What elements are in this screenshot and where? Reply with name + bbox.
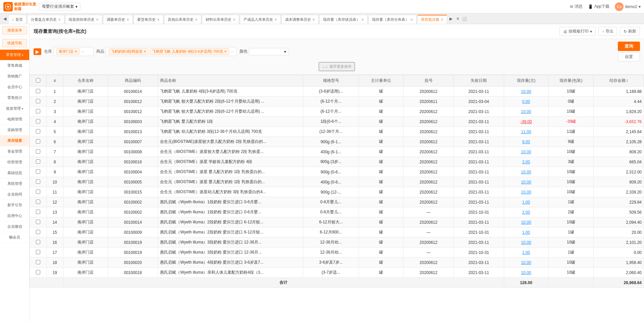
- sidebar-item-member2[interactable]: 畅会员: [0, 232, 29, 243]
- sidebar-item-system[interactable]: 系统管理: [0, 178, 29, 189]
- tab-batch-voucher[interactable]: 库存批次账 ✕: [417, 15, 447, 24]
- row-checkbox[interactable]: [36, 250, 40, 254]
- cell-stock-main[interactable]: 3.00: [504, 157, 548, 167]
- warehouse-tag-remove[interactable]: ✕: [74, 50, 77, 53]
- row-checkbox[interactable]: [36, 169, 40, 174]
- cell-stock-main[interactable]: 10.00: [504, 147, 548, 157]
- tab-close-cost-adj[interactable]: ✕: [312, 18, 315, 21]
- stock-main-link[interactable]: 0.00: [522, 99, 530, 104]
- tab-close-material-out[interactable]: ✕: [233, 18, 235, 21]
- sidebar-item-purchase[interactable]: 采购管理: [0, 125, 29, 136]
- row-checkbox[interactable]: [36, 260, 40, 264]
- cell-stock-main[interactable]: 10.00: [504, 217, 548, 227]
- tab-product-in[interactable]: 产成品入库单历史 ✕: [240, 15, 281, 24]
- sidebar-item-enterprise-wechat[interactable]: 企业微信: [0, 221, 29, 232]
- cell-stock-main[interactable]: 0.00: [504, 97, 548, 107]
- stock-main-link[interactable]: 1.00: [522, 200, 530, 205]
- expand-conditions-button[interactable]: ⌄⌄ 展开更多条件: [319, 62, 355, 71]
- tab-nav-prev[interactable]: ◀: [1, 14, 8, 23]
- stock-main-link[interactable]: 9.00: [522, 140, 530, 144]
- row-checkbox[interactable]: [36, 89, 40, 93]
- sidebar-item-appcenter[interactable]: 应用中心: [0, 211, 29, 221]
- warehouse-input[interactable]: 南岸门店 ✕ ···: [53, 47, 94, 56]
- tab-close-stock-status[interactable]: ✕: [361, 18, 364, 21]
- sidebar-item-basics[interactable]: 基础信息: [0, 168, 29, 178]
- stock-main-link[interactable]: 1.00: [522, 230, 530, 235]
- cell-checkbox[interactable]: [30, 147, 47, 157]
- amount-info-icon[interactable]: ℹ: [627, 79, 628, 83]
- tab-yao-huo[interactable]: 要货单历史 ✕: [133, 15, 163, 24]
- stock-main-link[interactable]: 10.00: [521, 89, 531, 94]
- select-all-checkbox[interactable]: [36, 78, 40, 83]
- tab-close-tiao-bo[interactable]: ✕: [126, 18, 129, 21]
- sidebar-item-finance[interactable]: 资金管理: [0, 146, 29, 157]
- cell-stock-main[interactable]: 1.00: [504, 248, 548, 258]
- stock-main-link[interactable]: 10.00: [521, 240, 531, 245]
- stock-main-link[interactable]: 10.00: [521, 220, 531, 225]
- stock-main-link[interactable]: -39.00: [521, 119, 532, 124]
- template-print-button[interactable]: 🖨 按模板打印 ▾: [559, 27, 596, 36]
- cell-checkbox[interactable]: [30, 248, 47, 258]
- product-input[interactable]: 飞鹤奶粉3段两提装 ✕ 飞鹤星飞帆 儿童奶粉 4段(3-6岁适用) 700克 ✕…: [106, 47, 237, 56]
- tab-close-yao-huo[interactable]: ✕: [157, 18, 160, 21]
- sidebar-item-inventory[interactable]: 库存核算: [0, 136, 29, 146]
- row-checkbox[interactable]: [36, 230, 40, 234]
- cell-checkbox[interactable]: [30, 268, 47, 278]
- tab-close-fen-pan[interactable]: ✕: [58, 18, 61, 21]
- warehouse-selector[interactable]: 母婴行业演示账套 ▾: [39, 3, 80, 10]
- row-checkbox[interactable]: [36, 99, 40, 103]
- cell-stock-main[interactable]: 1.00: [504, 197, 548, 207]
- row-checkbox[interactable]: [36, 200, 40, 204]
- sidebar-item-wholesale[interactable]: 批发管理 ▾: [0, 103, 29, 114]
- tab-zu-chai[interactable]: 组装拆卸单历史 ✕: [65, 15, 102, 24]
- sidebar-item-ecommerce[interactable]: 电商管理: [0, 114, 29, 125]
- tab-close-zu-chai[interactable]: ✕: [96, 18, 99, 21]
- tab-home[interactable]: ⌂ 首页: [8, 15, 26, 24]
- settings-button[interactable]: 设置: [618, 52, 640, 61]
- cell-stock-main[interactable]: 10.00: [504, 107, 548, 117]
- tab-cost-adj[interactable]: 成本调整单历史 ✕: [281, 15, 319, 24]
- filter-expand-toggle[interactable]: ▶: [34, 48, 41, 55]
- app-download-button[interactable]: 📱 App下载: [588, 4, 609, 9]
- warehouse-more-dots[interactable]: ···: [81, 49, 84, 54]
- tab-close-batch-voucher[interactable]: ✕: [441, 18, 443, 21]
- stock-main-link[interactable]: 10.00: [521, 190, 531, 195]
- cell-stock-main[interactable]: 2.00: [504, 207, 548, 217]
- cell-stock-main[interactable]: 10.00: [504, 258, 548, 268]
- export-button[interactable]: ↑ 导出: [598, 27, 617, 36]
- row-checkbox[interactable]: [36, 119, 40, 123]
- product-tag-1-remove[interactable]: ✕: [224, 50, 227, 53]
- tab-stock-status[interactable]: 现存量（库存状况表） ✕: [319, 15, 368, 24]
- stock-main-link[interactable]: 10.00: [521, 270, 531, 275]
- sidebar-item-marketing[interactable]: 营销推广: [0, 71, 29, 82]
- cell-stock-main[interactable]: 10.00: [504, 177, 548, 187]
- cell-checkbox[interactable]: [30, 167, 47, 177]
- stock-main-link[interactable]: 10.00: [521, 260, 531, 265]
- cell-stock-main[interactable]: 10.00: [504, 167, 548, 177]
- cell-checkbox[interactable]: [30, 87, 47, 97]
- cell-checkbox[interactable]: [30, 137, 47, 147]
- messages-button[interactable]: ✉ 消息: [570, 4, 583, 9]
- stock-main-link[interactable]: 3.00: [522, 160, 530, 164]
- sidebar-item-member[interactable]: 会员中心: [0, 82, 29, 93]
- tab-tiao-bo[interactable]: 调拨单历史 ✕: [103, 15, 133, 24]
- sidebar-item-retail-store[interactable]: 零售商城: [0, 60, 29, 71]
- tab-close-stock-dist[interactable]: ✕: [410, 18, 413, 21]
- tab-close-product-in[interactable]: ✕: [274, 18, 277, 21]
- sidebar-item-newguide[interactable]: 新手引导: [0, 200, 29, 211]
- row-checkbox[interactable]: [36, 159, 40, 164]
- stock-main-link[interactable]: 2.00: [522, 210, 530, 215]
- cell-checkbox[interactable]: [30, 117, 47, 127]
- cell-checkbox[interactable]: [30, 217, 47, 227]
- row-checkbox[interactable]: [36, 139, 40, 144]
- cell-stock-main[interactable]: 10.00: [504, 87, 548, 97]
- tab-other-out[interactable]: 其他出库单历史 ✕: [164, 15, 201, 24]
- row-checkbox[interactable]: [36, 240, 40, 244]
- stock-main-link[interactable]: 10.00: [521, 180, 531, 184]
- quick-nav-button[interactable]: 快捷导航: [2, 39, 27, 47]
- tab-fen-pan[interactable]: 分量盘点单历史 ✕: [27, 15, 64, 24]
- sidebar-item-enterprise[interactable]: 企业协同: [0, 189, 29, 200]
- collapse-icon[interactable]: ▶: [34, 48, 41, 55]
- user-menu[interactable]: Ea demo2 ▾: [615, 2, 641, 11]
- stock-main-link[interactable]: 10.00: [521, 170, 531, 174]
